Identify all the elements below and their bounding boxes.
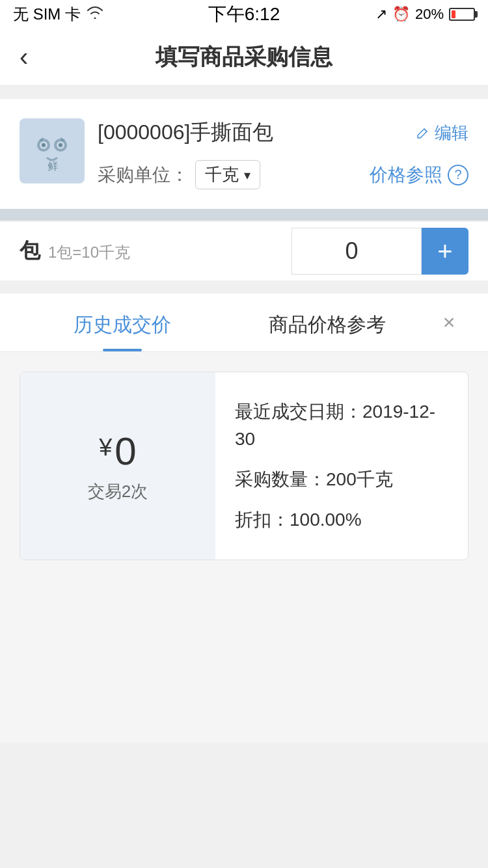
tab-history-price[interactable]: 历史成交价 [20,293,224,351]
status-bar: 无 SIM 卡 下午6:12 ↗ ⏰ 20% [0,0,488,29]
battery-icon [449,8,475,21]
svg-point-4 [42,143,46,147]
product-info: [0000006]手撕面包 编辑 采购单位： 千克 ▾ [98,118,468,189]
tab-product-price-ref[interactable]: 商品价格参考 [224,293,429,351]
price-reference-button[interactable]: 价格参照 ? [370,163,468,187]
discount-row: 折扣：100.00% [235,506,448,534]
unit-select-dropdown[interactable]: 千克 ▾ [195,160,260,189]
quantity-label: 包 1包=10千克 [20,237,130,265]
svg-text:鲜: 鲜 [47,161,58,171]
quantity-unit-text: 包 [20,237,40,265]
currency-symbol: ¥ [99,434,112,461]
product-name-row: [0000006]手撕面包 编辑 [98,118,468,147]
quantity-plus-button[interactable]: + [422,228,468,275]
status-time: 下午6:12 [208,2,280,27]
price-card-area: ¥ 0 交易2次 最近成交日期：2019-12-30 采购数量：200千克 折扣… [0,352,488,742]
battery-pct: 20% [415,6,444,23]
tab-close-button[interactable]: × [429,297,468,347]
price-summary-left: ¥ 0 交易2次 [20,372,215,560]
trade-count: 交易2次 [88,480,148,503]
recent-date-row: 最近成交日期：2019-12-30 [235,398,448,453]
status-right: ↗ ⏰ 20% [375,6,475,23]
quantity-hint-text: 1包=10千克 [48,242,130,263]
unit-label: 采购单位： 千克 ▾ [98,160,260,189]
product-thumbnail: 鲜 [20,118,85,183]
edit-button[interactable]: 编辑 [415,122,468,144]
svg-point-5 [59,143,62,147]
carrier-text: 无 SIM 卡 [13,4,81,25]
price-amount-display: ¥ 0 [99,429,136,474]
status-left: 无 SIM 卡 [13,4,104,25]
section-divider [0,209,488,221]
product-card: 鲜 [0000006]手撕面包 编辑 采购单位： 千克 [0,99,488,209]
wifi-icon [86,5,104,23]
tabs-bar: 历史成交价 商品价格参考 × [0,293,488,352]
product-name: [0000006]手撕面包 [98,118,273,147]
help-circle-icon: ? [448,165,468,185]
purchase-qty-row: 采购数量：200千克 [235,466,448,493]
price-value: 0 [115,429,136,474]
quantity-control: + [291,228,468,275]
quantity-input[interactable] [291,228,422,275]
nav-bar: ‹ 填写商品采购信息 [0,29,488,86]
back-button[interactable]: ‹ [20,36,41,78]
alarm-icon: ⏰ [392,6,410,23]
price-details-right: 最近成交日期：2019-12-30 采购数量：200千克 折扣：100.00% [215,372,468,560]
tab-active-underline [103,349,142,351]
location-icon: ↗ [375,6,387,23]
product-unit-row: 采购单位： 千克 ▾ 价格参照 ? [98,160,468,189]
product-header: 鲜 [0000006]手撕面包 编辑 采购单位： 千克 [20,118,468,189]
product-logo-icon: 鲜 [29,126,75,177]
price-card: ¥ 0 交易2次 最近成交日期：2019-12-30 采购数量：200千克 折扣… [20,372,468,560]
page-title: 填写商品采购信息 [156,42,332,72]
quantity-section: 包 1包=10千克 + [0,222,488,280]
